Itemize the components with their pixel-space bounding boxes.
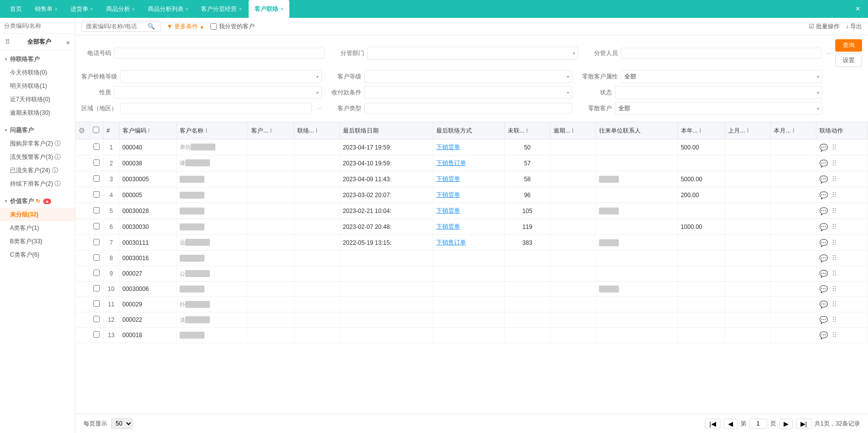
row-checkbox-cell[interactable] [89,282,103,297]
nav-customer-segment[interactable]: 客户分层经营 × [195,0,248,18]
per-page-select[interactable]: 50 [111,418,133,429]
col-unit-contact-header[interactable]: 往来单位联系人 [596,122,677,140]
chat-icon[interactable]: 💬 [819,300,828,308]
row-last-method[interactable] [433,312,504,328]
sidebar-item-abnormal[interactable]: 囤购异常客户(2) ⓘ [0,137,75,150]
grid-icon[interactable]: ⠿ [832,331,837,339]
close-customer-segment-tab[interactable]: × [239,6,242,12]
value-customers-title[interactable]: ▼ 价值客户 ↻ ● [0,195,75,208]
phone-input[interactable] [114,48,325,59]
nav-home[interactable]: 首页 [4,0,28,18]
col-checkbox-header[interactable] [89,122,103,140]
chat-icon[interactable]: 💬 [819,270,828,278]
grid-icon[interactable]: ⠿ [832,175,837,183]
grid-icon[interactable]: ⠿ [832,207,837,215]
retail-attr-select[interactable]: 全部 [621,70,822,83]
close-customer-contact-tab[interactable]: × [280,6,283,12]
row-checkbox[interactable] [93,331,100,338]
chat-icon[interactable]: 💬 [819,207,828,215]
region-ellipsis[interactable]: ··· [317,105,322,112]
row-checkbox-cell[interactable] [89,266,103,282]
row-checkbox-cell[interactable] [89,251,103,266]
row-last-method[interactable] [433,328,504,343]
col-last-method-header[interactable]: 最后联络方式 [433,122,504,140]
grid-icon[interactable]: ⠿ [832,316,837,324]
col-last-month-header[interactable]: 上月... ⁝ [725,122,771,140]
manager-input[interactable] [621,48,821,59]
reset-btn[interactable]: 设置 [835,54,862,67]
close-product-list-tab[interactable]: × [186,6,189,12]
chat-icon[interactable]: 💬 [819,159,828,167]
nature-select[interactable] [114,86,322,99]
row-checkbox-cell[interactable] [89,219,103,235]
sidebar-item-tomorrow[interactable]: 明天待联络(1) [0,79,75,93]
main-search-input[interactable] [86,23,145,30]
grid-icon[interactable]: ⠿ [832,254,837,262]
more-conditions-btn[interactable]: ▼ 更多条件 ▲ [167,22,204,31]
chat-icon[interactable]: 💬 [819,254,828,262]
chat-icon[interactable]: 💬 [819,223,828,231]
chat-icon[interactable]: 💬 [819,239,828,247]
grid-icon[interactable]: ⠿ [832,239,837,247]
col-code-header[interactable]: 客户编码 ⁝ [119,122,177,140]
first-page-btn[interactable]: |◀ [705,419,720,429]
next-page-btn[interactable]: ▶ [779,419,793,429]
row-checkbox[interactable] [93,175,100,182]
gear-icon[interactable]: ⚙ [78,126,85,135]
price-grade-select[interactable] [120,70,322,83]
row-last-method[interactable]: 下销货单 [433,140,504,155]
row-checkbox-cell[interactable] [89,203,103,219]
grid-icon[interactable]: ⠿ [832,144,837,151]
query-btn[interactable]: 查询 [835,39,862,52]
col-settings[interactable]: ⚙ [75,122,89,140]
row-checkbox-cell[interactable] [89,297,103,312]
row-checkbox[interactable] [93,144,100,150]
row-checkbox[interactable] [93,316,100,322]
row-last-method[interactable] [433,266,504,282]
col-name-header[interactable]: 客户名称 ⁝ [177,122,248,140]
batch-ops-btn[interactable]: ☑ 批量操作 [809,22,840,31]
chat-icon[interactable]: 💬 [819,175,828,183]
all-customers-header[interactable]: ⠿ 全部客户 « [0,34,75,51]
sidebar-search-input[interactable] [4,22,75,29]
customer-type-input[interactable] [364,103,572,114]
customer-grade-select[interactable] [364,70,572,83]
col-type-header[interactable]: 客户... ⁝ [248,122,294,140]
retail-select[interactable]: 全部 [615,102,822,115]
sidebar-item-unclassified[interactable]: 未分组(32) [0,208,75,221]
chat-icon[interactable]: 💬 [819,285,828,293]
col-contact-header[interactable]: 联络... ⁝ [294,122,339,140]
sidebar-item-today[interactable]: 今天待联络(0) [0,66,75,79]
grid-icon[interactable]: ⠿ [832,223,837,231]
col-this-month-header[interactable]: 本月... ⁝ [771,122,816,140]
col-no-contact-header[interactable]: 未联... ⁝ [505,122,550,140]
select-all-checkbox[interactable] [93,127,99,133]
grid-icon[interactable]: ⠿ [832,270,837,278]
sidebar-item-class-a[interactable]: A类客户(1) [0,221,75,235]
row-checkbox[interactable] [93,159,100,166]
sidebar-item-overdue[interactable]: 逾期未联络(30) [0,106,75,120]
row-checkbox[interactable] [93,300,100,307]
manager-ellipsis[interactable]: ··· [826,50,831,57]
row-last-method[interactable]: 下销货单 [433,219,504,235]
row-checkbox-cell[interactable] [89,171,103,187]
sidebar-item-7days[interactable]: 近7天待联络(0) [0,93,75,106]
close-all-tabs[interactable]: × [852,2,864,15]
problem-customers-title[interactable]: ▼ 问题客户 [0,124,75,137]
row-checkbox[interactable] [93,239,100,245]
sidebar-item-declining[interactable]: 持续下滑客户(2) ⓘ [0,177,75,191]
my-customers-checkbox[interactable] [210,23,217,30]
col-last-date-header[interactable]: 最后联络日期 [339,122,433,140]
refresh-icon[interactable]: ↻ [36,198,40,205]
grid-icon[interactable]: ⠿ [832,191,837,199]
nav-sales[interactable]: 销售单 × [29,0,64,18]
chat-icon[interactable]: 💬 [819,316,828,324]
collapse-sidebar-icon[interactable]: « [66,38,70,46]
row-last-method[interactable]: 下销货单 [433,203,504,219]
last-page-btn[interactable]: ▶| [796,419,811,429]
grid-icon[interactable]: ⠿ [832,159,837,167]
close-purchase-tab[interactable]: × [90,6,93,12]
row-checkbox[interactable] [93,285,100,291]
nav-product-list[interactable]: 商品分析列表 × [142,0,195,18]
page-input[interactable] [749,419,767,429]
